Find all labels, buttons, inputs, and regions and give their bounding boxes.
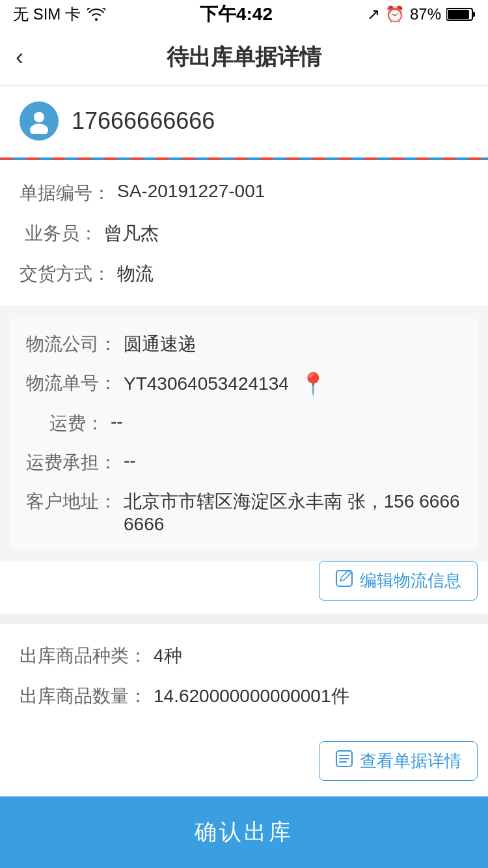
- edit-icon: [335, 569, 353, 592]
- logistics-freightbear-value: --: [124, 450, 462, 471]
- delivery-row: 交货方式： 物流: [20, 262, 468, 286]
- logistics-address-label: 客户地址：: [26, 489, 124, 514]
- tracking-row: YT43064053424134 📍: [124, 371, 327, 397]
- battery-text: 87%: [410, 5, 441, 23]
- svg-point-4: [30, 124, 48, 134]
- customer-phone: 17666666666: [72, 107, 215, 135]
- delivery-label: 交货方式：: [20, 262, 117, 286]
- back-button[interactable]: ‹: [16, 44, 23, 71]
- carrier-text: 无 SIM 卡: [13, 4, 81, 25]
- edit-btn-row: 编辑物流信息: [0, 561, 488, 614]
- user-avatar-icon: [26, 108, 52, 134]
- avatar: [20, 102, 59, 141]
- doc-number-label: 单据编号：: [20, 181, 117, 206]
- logistics-company-label: 物流公司：: [26, 332, 124, 357]
- alarm-icon: ⏰: [385, 5, 405, 23]
- logistics-freight-row: 运费： --: [26, 411, 462, 436]
- status-bar: 无 SIM 卡 下午4:42 ↗ ⏰ 87%: [0, 0, 488, 29]
- doc-number-value: SA-20191227-001: [117, 181, 468, 202]
- svg-rect-2: [448, 10, 469, 19]
- status-time: 下午4:42: [200, 2, 273, 27]
- goods-types-label: 出库商品种类：: [20, 644, 154, 668]
- status-right: ↗ ⏰ 87%: [367, 5, 475, 23]
- view-btn-row: 查看单据详情: [0, 728, 488, 796]
- edit-logistics-button[interactable]: 编辑物流信息: [319, 561, 478, 601]
- dashed-separator: [0, 156, 488, 161]
- edit-logistics-label: 编辑物流信息: [360, 569, 461, 592]
- dashed-line: [0, 157, 488, 160]
- salesman-label: 业务员：: [20, 221, 104, 246]
- section-divider: [0, 614, 488, 624]
- goods-quantity-value: 14.620000000000001件: [154, 684, 468, 709]
- goods-quantity-label: 出库商品数量：: [20, 684, 154, 709]
- goods-types-value: 4种: [154, 644, 468, 668]
- svg-rect-1: [472, 12, 475, 17]
- location-status-icon: ↗: [367, 5, 380, 23]
- logistics-freightbear-row: 运费承担： --: [26, 450, 462, 475]
- svg-rect-5: [336, 571, 352, 586]
- salesman-row: 业务员： 曾凡杰: [20, 221, 468, 246]
- goods-quantity-row: 出库商品数量： 14.620000000000001件: [20, 684, 468, 709]
- view-details-button[interactable]: 查看单据详情: [319, 741, 478, 781]
- nav-bar: ‹ 待出库单据详情: [0, 29, 488, 86]
- salesman-value: 曾凡杰: [104, 221, 468, 246]
- status-left: 无 SIM 卡: [13, 4, 105, 25]
- logistics-tracking-row: 物流单号： YT43064053424134 📍: [26, 371, 462, 397]
- location-icon[interactable]: 📍: [299, 371, 327, 397]
- logistics-address-value: 北京市市辖区海淀区永丰南 张，156 6666 6666: [124, 489, 462, 535]
- content-area: 17666666666 单据编号： SA-20191227-001 业务员： 曾…: [0, 86, 488, 868]
- logistics-freight-label: 运费：: [26, 411, 111, 436]
- view-details-label: 查看单据详情: [360, 750, 461, 772]
- page-title: 待出库单据详情: [167, 42, 321, 72]
- svg-point-3: [34, 112, 44, 122]
- logistics-freight-value: --: [111, 411, 462, 432]
- confirm-btn-text: 确认出库: [195, 817, 293, 847]
- goods-types-row: 出库商品种类： 4种: [20, 644, 468, 668]
- wifi-icon: [87, 8, 105, 21]
- battery-icon: [446, 7, 475, 21]
- confirm-btn-bar[interactable]: 确认出库: [0, 796, 488, 868]
- logistics-address-row: 客户地址： 北京市市辖区海淀区永丰南 张，156 6666 6666: [26, 489, 462, 535]
- logistics-freightbear-label: 运费承担：: [26, 450, 124, 475]
- logistics-box: 物流公司： 圆通速递 物流单号： YT43064053424134 📍 运费： …: [10, 316, 478, 550]
- view-details-icon: [335, 750, 353, 772]
- logistics-tracking-value: YT43064053424134: [124, 373, 289, 394]
- logistics-company-value: 圆通速递: [124, 332, 462, 357]
- delivery-value: 物流: [117, 262, 468, 286]
- goods-section: 出库商品种类： 4种 出库商品数量： 14.620000000000001件: [0, 624, 488, 728]
- doc-number-row: 单据编号： SA-20191227-001: [20, 181, 468, 206]
- customer-header: 17666666666: [0, 86, 488, 156]
- logistics-tracking-label: 物流单号：: [26, 371, 124, 396]
- logistics-company-row: 物流公司： 圆通速递: [26, 332, 462, 357]
- doc-info-section: 单据编号： SA-20191227-001 业务员： 曾凡杰 交货方式： 物流: [0, 161, 488, 306]
